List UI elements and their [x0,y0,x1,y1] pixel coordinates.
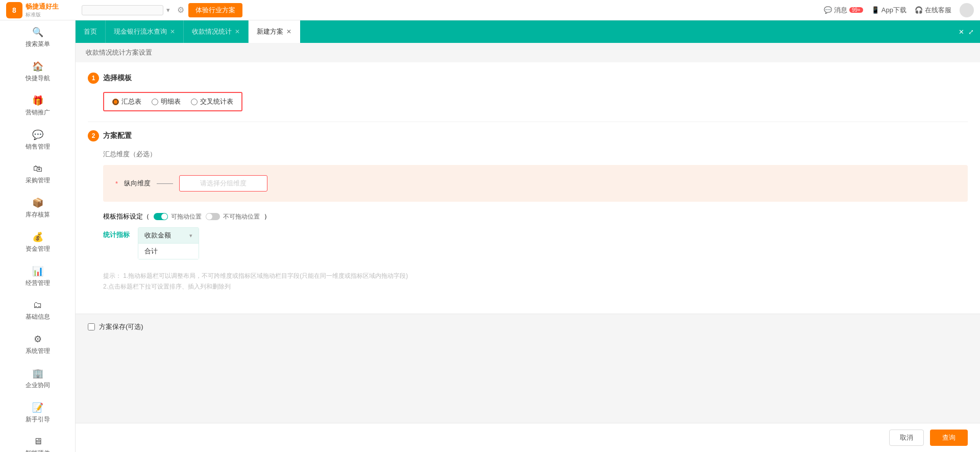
breadcrumb-input[interactable] [82,5,163,15]
sidebar-item-label: 资金管理 [26,245,50,253]
save-label: 方案保存(可选) [99,322,143,331]
message-badge: 99+ [849,7,863,13]
toggle-draggable: 可拖动位置 [154,212,202,221]
indicator-hint: 模板指标设定（ 可拖动位置 [103,212,968,221]
sidebar-item-basic-info[interactable]: 🗂 基础信息 [0,294,75,327]
sidebar-item-guide[interactable]: 📝 新手引导 [0,396,75,430]
hint1: 提示： 1.拖动标题栏可以调整布局，不可跨维度或指标区域拖动栏目字段(只能在同一… [103,272,968,280]
tab-expand-icon[interactable]: ⤢ [968,28,974,36]
operation-icon: 📊 [32,266,43,277]
radio-summary-input[interactable] [112,99,119,105]
breadcrumb-arrow-icon[interactable]: ▾ [166,6,170,14]
tab-bank-flow[interactable]: 现金银行流水查询 ✕ [106,20,184,43]
service-item[interactable]: 🎧 在线客服 [915,6,951,15]
step1-header: 1 选择模板 [88,73,968,84]
system-icon: ⚙ [34,334,42,345]
radio-cross-input[interactable] [191,99,198,105]
radio-cross[interactable]: 交叉统计表 [191,97,233,106]
sidebar-item-operation[interactable]: 📊 经营管理 [0,259,75,294]
sidebar-item-search-menu[interactable]: 🔍 搜索菜单 [0,20,75,55]
radio-detail[interactable]: 明细表 [152,97,181,106]
tab-bar: 首页 现金银行流水查询 ✕ 收款情况统计 ✕ 新建方案 ✕ ✕ ⤢ [76,20,980,43]
toggle-draggable-label: 可拖动位置 [171,212,202,221]
message-item[interactable]: 💬 消息 99+ [824,6,863,15]
tab-new-plan-label: 新建方案 [257,27,283,36]
step2-content: 汇总维度（必选） * 纵向维度 —— 请选择分组维度 [103,150,968,303]
radio-detail-input[interactable] [152,99,158,105]
step1-section: 1 选择模板 汇总表 明细 [88,73,968,111]
sidebar-item-sales[interactable]: 💬 销售管理 [0,123,75,157]
template-options: 汇总表 明细表 交叉统计表 [103,92,242,111]
indicator-title-suffix: ） [264,212,271,221]
vertical-dim-label: 纵向维度 [124,179,151,188]
sidebar-item-label: 企业协同 [26,381,50,390]
stats-table-row: 合计 [138,244,199,259]
download-icon: 📱 [871,6,879,14]
search-menu-icon: 🔍 [32,27,43,38]
toggle-draggable-dot [161,213,167,220]
radio-cross-label: 交叉统计表 [200,97,233,106]
radio-summary-label: 汇总表 [121,97,141,106]
stats-table: 收款金额 ▾ 合计 [138,227,199,259]
toggle-not-draggable-box[interactable] [206,213,220,220]
sidebar-item-label: 营销推广 [26,108,50,117]
step1-number: 1 [88,73,99,84]
sidebar-item-hardware[interactable]: 🖥 智能硬件 [0,430,75,452]
user-avatar[interactable] [960,3,974,17]
sidebar-item-inventory[interactable]: 📦 库存核算 [0,191,75,225]
sidebar-item-label: 库存核算 [26,210,50,219]
tab-collect-stat-close[interactable]: ✕ [235,28,240,35]
summary-dim-title: 汇总维度（必选） [103,150,968,159]
logo-icon: 8 [6,2,22,18]
step2-number: 2 [88,130,99,141]
sidebar-item-purchase[interactable]: 🛍 采购管理 [0,157,75,191]
tab-bank-flow-label: 现金银行流水查询 [114,27,167,36]
toggle-not-draggable-label: 不可拖动位置 [223,212,260,221]
top-right: 💬 消息 99+ 📱 App下载 🎧 在线客服 [824,3,974,17]
basic-info-icon: 🗂 [33,300,42,311]
dimension-row: * 纵向维度 —— 请选择分组维度 [115,175,955,192]
finance-icon: 💰 [32,231,43,243]
sidebar-item-label: 新手引导 [26,415,50,424]
sidebar-item-enterprise[interactable]: 🏢 企业协同 [0,362,75,396]
sidebar-item-label: 智能硬件 [26,449,50,452]
stats-dropdown-arrow-icon[interactable]: ▾ [189,232,192,239]
sidebar-item-label: 快捷导航 [26,74,50,83]
dimension-select[interactable]: 请选择分组维度 [179,175,267,192]
stats-table-header[interactable]: 收款金额 ▾ [138,228,199,244]
top-bar: 8 畅捷通好生 标准版 ▾ ⚙ 体验行业方案 💬 消息 99+ 📱 App下载 … [0,0,980,20]
save-section: 方案保存(可选) [76,314,980,340]
save-checkbox[interactable] [88,323,95,330]
divider [88,122,968,122]
stats-area: 统计指标 收款金额 ▾ 合计 [103,227,968,259]
tab-home[interactable]: 首页 [76,20,106,43]
sidebar-item-label: 系统管理 [26,347,50,355]
tab-bank-flow-close[interactable]: ✕ [170,28,175,35]
indicator-title: 模板指标设定（ [103,212,150,221]
cancel-button[interactable]: 取消 [889,430,924,446]
tab-new-plan[interactable]: 新建方案 ✕ [249,20,300,43]
purchase-icon: 🛍 [33,163,42,174]
gear-icon[interactable]: ⚙ [177,5,184,15]
query-button[interactable]: 查询 [930,430,968,446]
sidebar-item-system[interactable]: ⚙ 系统管理 [0,327,75,362]
toggle-draggable-box[interactable] [154,213,168,220]
page-content: 收款情况统计方案设置 1 选择模板 汇总 [76,43,980,423]
tab-home-label: 首页 [84,27,97,36]
sidebar-item-quick-nav[interactable]: 🏠 快捷导航 [0,55,75,89]
sidebar-item-label: 销售管理 [26,142,50,151]
sidebar-item-label: 经营管理 [26,279,50,288]
download-item[interactable]: 📱 App下载 [871,6,906,15]
radio-summary[interactable]: 汇总表 [112,97,141,106]
sales-icon: 💬 [32,129,43,140]
sidebar-item-marketing[interactable]: 🎁 营销推广 [0,89,75,123]
sidebar-item-finance[interactable]: 💰 资金管理 [0,225,75,259]
tab-close-all-icon[interactable]: ✕ [959,28,964,36]
form-section: 1 选择模板 汇总表 明细 [76,62,980,314]
arrow-icon: —— [157,179,173,188]
logo: 8 畅捷通好生 标准版 [6,2,82,18]
tab-collect-stat[interactable]: 收款情况统计 ✕ [184,20,249,43]
trial-button[interactable]: 体验行业方案 [188,3,242,17]
tab-new-plan-close[interactable]: ✕ [286,28,291,35]
content-area: 首页 现金银行流水查询 ✕ 收款情况统计 ✕ 新建方案 ✕ ✕ ⤢ [76,20,980,452]
